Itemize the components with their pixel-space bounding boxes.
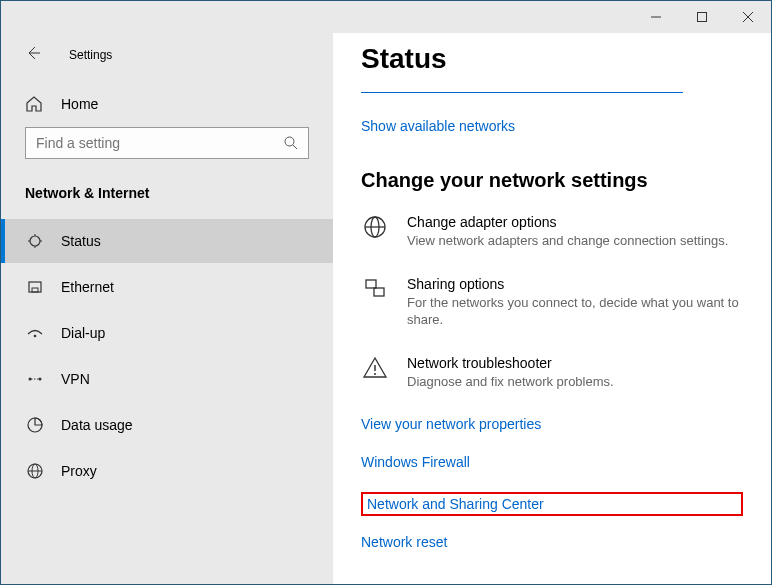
sharing-icon: [361, 276, 389, 304]
content[interactable]: Status Show available networks Change yo…: [333, 33, 771, 584]
setting-desc: View network adapters and change connect…: [407, 232, 743, 250]
globe-icon: [361, 214, 389, 242]
search-icon: [284, 136, 298, 150]
vpn-icon: [25, 369, 45, 389]
home-label: Home: [61, 96, 98, 112]
maximize-button[interactable]: [679, 1, 725, 33]
page-title: Status: [361, 43, 743, 75]
link-windows-firewall[interactable]: Windows Firewall: [361, 454, 743, 470]
nav-item-status[interactable]: Status: [1, 219, 333, 263]
proxy-icon: [25, 461, 45, 481]
svg-point-15: [39, 378, 42, 381]
setting-desc: Diagnose and fix network problems.: [407, 373, 743, 391]
home-button[interactable]: Home: [1, 85, 333, 123]
link-view-properties[interactable]: View your network properties: [361, 416, 743, 432]
link-network-reset[interactable]: Network reset: [361, 534, 743, 550]
sidebar: Settings Home Network & Internet Status: [1, 33, 333, 584]
nav-list: Status Ethernet Dial-up VPN: [1, 217, 333, 495]
home-icon: [25, 95, 43, 113]
svg-line-5: [293, 145, 297, 149]
setting-adapter[interactable]: Change adapter options View network adap…: [361, 214, 743, 250]
link-network-sharing-center[interactable]: Network and Sharing Center: [361, 492, 743, 516]
status-icon: [25, 231, 45, 251]
nav-label: VPN: [61, 371, 90, 387]
datausage-icon: [25, 415, 45, 435]
svg-rect-25: [374, 288, 384, 296]
titlebar: [1, 1, 771, 33]
nav-label: Ethernet: [61, 279, 114, 295]
setting-desc: For the networks you connect to, decide …: [407, 294, 743, 329]
svg-point-6: [30, 236, 40, 246]
partial-link[interactable]: [361, 83, 743, 99]
nav-label: Dial-up: [61, 325, 105, 341]
dialup-icon: [25, 323, 45, 343]
svg-point-27: [374, 373, 376, 375]
back-button[interactable]: [25, 45, 41, 65]
nav-item-vpn[interactable]: VPN: [1, 357, 333, 401]
category-title: Network & Internet: [1, 177, 333, 217]
nav-item-ethernet[interactable]: Ethernet: [1, 265, 333, 309]
app-title: Settings: [69, 48, 112, 62]
svg-rect-24: [366, 280, 376, 288]
nav-item-proxy[interactable]: Proxy: [1, 449, 333, 493]
svg-rect-11: [29, 282, 41, 292]
search-input[interactable]: [25, 127, 309, 159]
close-button[interactable]: [725, 1, 771, 33]
setting-label: Sharing options: [407, 276, 743, 292]
setting-label: Network troubleshooter: [407, 355, 743, 371]
nav-label: Proxy: [61, 463, 97, 479]
minimize-button[interactable]: [633, 1, 679, 33]
setting-sharing[interactable]: Sharing options For the networks you con…: [361, 276, 743, 329]
nav-label: Data usage: [61, 417, 133, 433]
setting-troubleshoot[interactable]: Network troubleshooter Diagnose and fix …: [361, 355, 743, 391]
search-field[interactable]: [36, 135, 284, 151]
svg-point-4: [285, 137, 294, 146]
svg-point-13: [34, 335, 37, 338]
svg-rect-12: [32, 288, 38, 292]
warning-icon: [361, 355, 389, 383]
ethernet-icon: [25, 277, 45, 297]
setting-label: Change adapter options: [407, 214, 743, 230]
nav-item-datausage[interactable]: Data usage: [1, 403, 333, 447]
link-show-networks[interactable]: Show available networks: [361, 118, 515, 134]
nav-label: Status: [61, 233, 101, 249]
nav-item-dialup[interactable]: Dial-up: [1, 311, 333, 355]
section-title: Change your network settings: [361, 169, 743, 192]
svg-rect-1: [698, 13, 707, 22]
